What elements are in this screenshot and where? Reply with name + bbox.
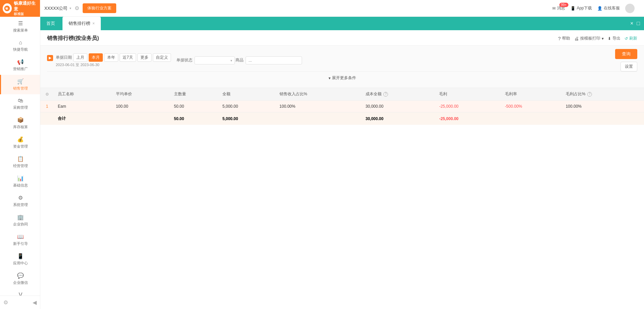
sidebar-item-basicinfo[interactable]: 📊 基础信息 xyxy=(0,172,40,191)
message-button[interactable]: ✉ 消息 99+ xyxy=(552,5,565,11)
date-btn-more[interactable]: 更多 xyxy=(137,53,152,62)
sidebar-item-sales[interactable]: 🛒 销售管理 xyxy=(0,75,40,94)
trial-button[interactable]: 体验行业方案 xyxy=(83,3,116,13)
export-button[interactable]: ⬇ 导出 xyxy=(608,36,620,41)
col-amount: 全额 xyxy=(218,88,275,101)
table-footer-row: 合计 50.00 5,000.00 30,000.00 -25,000.00 xyxy=(40,112,644,125)
cell-gross: -25,000.00 xyxy=(435,101,501,112)
svg-text:畅: 畅 xyxy=(5,7,8,10)
date-filter-section: 单据日期 上月 本月 本年 近7天 更多 自定义 2023-06-01 至 20… xyxy=(56,53,171,67)
col-qty: 主数量 xyxy=(170,88,218,101)
sidebar-item-apps[interactable]: 📱 应用中心 xyxy=(0,250,40,269)
date-range-label: 2023-06-01 至 2023-06-30 xyxy=(56,62,171,67)
sidebar-item-finance[interactable]: 💰 资金管理 xyxy=(0,133,40,152)
print-button[interactable]: 🖨 按模板打印 ▾ xyxy=(574,36,604,41)
enterprise-icon: 🏢 xyxy=(17,214,24,220)
user-avatar[interactable] xyxy=(625,4,635,13)
status-filter-label: 单据状态 xyxy=(176,57,192,63)
query-button[interactable]: 查询 xyxy=(615,49,637,59)
sidebar-item-operations[interactable]: 📋 经营管理 xyxy=(0,152,40,172)
sidebar-settings-icon[interactable]: ⚙ xyxy=(3,299,8,306)
wechat-icon: 💬 xyxy=(17,272,24,279)
sidebar-nav: ☰ 搜索菜单 ⌂ 快捷导航 📢 营销推广 🛒 销售管理 🛍 采购管理 📦 库存核… xyxy=(0,17,40,296)
footer-empty-5 xyxy=(562,112,644,125)
tabbar: 首页 销售排行榜 × × □ xyxy=(40,17,644,30)
date-btn-last-month[interactable]: 上月 xyxy=(73,53,87,62)
sidebar-collapse-icon[interactable]: ◀ xyxy=(33,299,37,306)
setting-button[interactable]: 设置 xyxy=(620,62,637,71)
footer-gross: -25,000.00 xyxy=(435,112,501,125)
goods-filter-label: 商品 xyxy=(235,57,244,63)
topbar-gear-icon[interactable]: ⚙ xyxy=(75,5,79,11)
table-header: ⚙ 员工名称 平均单价 主数量 全额 销售收入占比% 成本全额 ? 毛利 毛利率… xyxy=(40,88,644,101)
sidebar-item-inventory[interactable]: 📦 库存核算 xyxy=(0,113,40,133)
operations-icon: 📋 xyxy=(17,156,24,162)
message-icon: ✉ xyxy=(552,6,556,11)
sidebar-item-member[interactable]: V 畅会员 xyxy=(0,289,40,296)
footer-empty-4 xyxy=(501,112,562,125)
sidebar: 畅 畅康通好生意 标准版 ☰ 搜索菜单 ⌂ 快捷导航 📢 营销推广 🛒 销售管理… xyxy=(0,0,40,309)
topbar-right: ✉ 消息 99+ 📱 App下载 👤 在线客服 xyxy=(552,4,640,13)
cell-avg-price: 100.00 xyxy=(112,101,170,112)
cell-gross-rate: -500.00% xyxy=(501,101,562,112)
table-settings-icon[interactable]: ⚙ xyxy=(44,92,50,97)
tab-home[interactable]: 首页 xyxy=(40,17,61,30)
cost-info-icon[interactable]: ? xyxy=(383,92,388,97)
tabbar-actions: × □ xyxy=(630,20,644,27)
help-button[interactable]: ? 帮助 xyxy=(558,36,570,41)
purchase-icon: 🛍 xyxy=(18,98,23,104)
sidebar-item-search[interactable]: ☰ 搜索菜单 xyxy=(0,17,40,36)
page-title: 销售排行榜(按业务员) xyxy=(47,35,99,42)
date-btn-this-year[interactable]: 本年 xyxy=(104,53,118,62)
col-settings: ⚙ xyxy=(40,88,54,101)
print-icon: 🖨 xyxy=(574,36,579,41)
company-selector[interactable]: XXXXX公司 ▾ xyxy=(44,5,71,11)
tabbar-close-icon[interactable]: × xyxy=(630,20,633,27)
app-icon: 📱 xyxy=(570,6,575,11)
topbar: XXXXX公司 ▾ ⚙ 体验行业方案 ✉ 消息 99+ 📱 App下载 👤 在线… xyxy=(40,0,644,17)
date-filter-label: 单据日期 xyxy=(56,55,72,60)
status-select[interactable] xyxy=(195,56,235,64)
data-table: ⚙ 员工名称 平均单价 主数量 全额 销售收入占比% 成本全额 ? 毛利 毛利率… xyxy=(40,88,644,125)
page-actions: ? 帮助 🖨 按模板打印 ▾ ⬇ 导出 ↺ 刷新 xyxy=(558,36,637,41)
gross-pct-info-icon[interactable]: ? xyxy=(587,92,592,97)
cell-qty: 50.00 xyxy=(170,101,218,112)
sidebar-item-marketing[interactable]: 📢 营销推广 xyxy=(0,55,40,75)
footer-empty-1 xyxy=(40,112,54,125)
sidebar-item-enterprise[interactable]: 🏢 企业协同 xyxy=(0,211,40,230)
sidebar-logo-text: 畅康通好生意 标准版 xyxy=(14,1,37,16)
col-gross-rate: 毛利率 xyxy=(501,88,562,101)
expand-down-icon: ▾ xyxy=(329,76,331,81)
filter-bar: ▶ 单据日期 上月 本月 本年 近7天 更多 自定义 2023-06-01 至 … xyxy=(40,46,644,88)
filter-expand-arrow-icon: ▶ xyxy=(47,55,53,61)
goods-input[interactable] xyxy=(246,56,302,64)
filter-arrow[interactable]: ▶ xyxy=(47,53,53,63)
page-content: 销售排行榜(按业务员) ? 帮助 🖨 按模板打印 ▾ ⬇ 导出 ↺ 刷新 xyxy=(40,30,644,309)
refresh-button[interactable]: ↺ 刷新 xyxy=(625,36,637,41)
tabbar-maximize-icon[interactable]: □ xyxy=(637,20,640,27)
tab-sales-ranking[interactable]: 销售排行榜 × xyxy=(62,17,101,30)
member-icon: V xyxy=(19,292,23,296)
table-footer: 合计 50.00 5,000.00 30,000.00 -25,000.00 xyxy=(40,112,644,125)
date-btn-this-month[interactable]: 本月 xyxy=(89,53,103,62)
sidebar-item-guide[interactable]: 📖 新手引导 xyxy=(0,230,40,250)
app-download-button[interactable]: 📱 App下载 xyxy=(570,5,592,11)
sidebar-item-quicknav[interactable]: ⌂ 快捷导航 xyxy=(0,36,40,55)
sidebar-item-purchase[interactable]: 🛍 采购管理 xyxy=(0,94,40,113)
apps-icon: 📱 xyxy=(17,253,24,259)
date-btn-7days[interactable]: 近7天 xyxy=(120,53,136,62)
filter-actions: 查询 设置 xyxy=(615,49,637,71)
tab-close-icon[interactable]: × xyxy=(92,21,95,26)
marketing-icon: 📢 xyxy=(17,59,24,65)
goods-filter: 商品 xyxy=(235,56,302,64)
table-header-row: ⚙ 员工名称 平均单价 主数量 全额 销售收入占比% 成本全额 ? 毛利 毛利率… xyxy=(40,88,644,101)
sidebar-item-system[interactable]: ⚙ 系统管理 xyxy=(0,191,40,211)
online-service-button[interactable]: 👤 在线客服 xyxy=(597,5,620,11)
cell-cost: 30,000.00 xyxy=(361,101,435,112)
table-row: 1 Eam 100.00 50.00 5,000.00 100.00% 30,0… xyxy=(40,101,644,112)
system-icon: ⚙ xyxy=(18,195,23,201)
company-name: XXXXX公司 xyxy=(44,5,68,11)
date-btn-custom[interactable]: 自定义 xyxy=(153,53,171,62)
expand-more-button[interactable]: ▾ 展开更多条件 xyxy=(325,74,360,82)
sidebar-item-wechat[interactable]: 💬 企业微信 xyxy=(0,269,40,289)
